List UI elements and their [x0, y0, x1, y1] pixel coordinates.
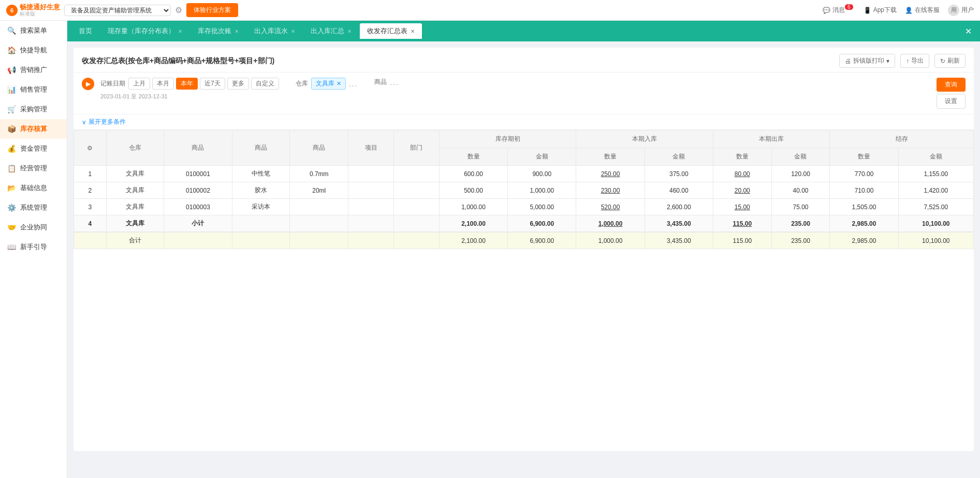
- sidebar-label-quicknav: 快捷导航: [20, 46, 47, 55]
- row3-out-qty-link[interactable]: 15.00: [735, 204, 750, 211]
- logo-icon: 6: [6, 5, 18, 16]
- user-item[interactable]: 用 用户: [948, 5, 974, 16]
- tab-stock-summary-label: 收发存汇总表: [367, 26, 407, 36]
- row1-bal-qty: 770.00: [830, 166, 898, 182]
- tab-close-batch-account[interactable]: ✕: [235, 28, 239, 34]
- warehouse-tag: 文具库 ✕: [311, 78, 346, 90]
- service-item[interactable]: 👤 在线客服: [905, 6, 940, 15]
- sidebar-item-purchase[interactable]: 🛒 采购管理: [0, 99, 67, 119]
- marketing-icon: 📢: [7, 66, 16, 74]
- sidebar-item-basic[interactable]: 📂 基础信息: [0, 178, 67, 198]
- row2-warehouse: 文具库: [106, 182, 164, 199]
- sub-in-qty-link[interactable]: 1,000.00: [598, 220, 623, 227]
- th-dept: 部门: [393, 131, 439, 166]
- total-open-qty: 2,100.00: [439, 232, 507, 249]
- query-button[interactable]: 查询: [937, 78, 966, 92]
- date-filter: 记账日期 上月 本月 本年 近7天 更多 自定义 2023-01-01 至 20…: [100, 78, 279, 100]
- row1-in-qty-link[interactable]: 250.00: [601, 170, 620, 178]
- content-area: 首页 现存量（库存分布表） ✕ 库存批次账 ✕ 出入库流水 ✕ 出入库汇总 ✕ …: [67, 21, 980, 478]
- row1-out-amt: 120.00: [771, 166, 830, 182]
- warehouse-tag-text: 文具库: [316, 79, 334, 88]
- top-bar-right: 💬 消息 6 📱 App下载 👤 在线客服 用 用户: [823, 5, 974, 16]
- export-button[interactable]: ↑ 导出: [900, 54, 929, 68]
- sidebar-item-inventory[interactable]: 📦 库存核算: [0, 119, 67, 139]
- app-download-item[interactable]: 📱 App下载: [864, 6, 897, 15]
- sidebar-item-search[interactable]: 🔍 搜索菜单: [0, 21, 67, 40]
- column-settings-icon[interactable]: ⚙: [87, 144, 93, 152]
- th-outbound: 本期出库: [713, 131, 829, 148]
- row3-dept: [393, 199, 439, 215]
- tab-batch-account-label: 库存批次账: [198, 26, 231, 36]
- page-inner: 收发存汇总表(按仓库+商品编码+商品+规格型号+项目+部门) 🖨 拆镇版打印 ▾…: [74, 48, 974, 451]
- tab-stock-dist[interactable]: 现存量（库存分布表） ✕: [100, 23, 189, 39]
- row2-out-qty-link[interactable]: 20.00: [735, 187, 750, 194]
- tab-close-inout-summary[interactable]: ✕: [347, 28, 352, 34]
- row3-out-amt: 75.00: [771, 199, 830, 215]
- date-btn-custom[interactable]: 自定义: [251, 78, 279, 90]
- th-out-amt: 金额: [771, 148, 830, 166]
- tab-inout-summary[interactable]: 出入库汇总 ✕: [303, 23, 359, 39]
- sidebar-item-system[interactable]: ⚙️ 系统管理: [0, 198, 67, 218]
- date-btn-7days[interactable]: 近7天: [200, 78, 225, 90]
- sidebar-label-system: 系统管理: [20, 203, 47, 212]
- main-layout: 🔍 搜索菜单 🏠 快捷导航 📢 营销推广 📊 销售管理 🛒 采购管理 📦 库存核…: [0, 21, 980, 478]
- date-btn-this-year[interactable]: 本年: [176, 78, 198, 90]
- expand-link[interactable]: ∨ 展开更多条件: [82, 118, 966, 126]
- export-icon: ↑: [906, 57, 909, 65]
- user-label: 用户: [961, 6, 974, 15]
- row2-in-qty-link[interactable]: 230.00: [601, 187, 620, 194]
- tab-close-inout-flow[interactable]: ✕: [291, 28, 295, 34]
- top-bar: 6 畅捷通好生意 标准版 装备及固定资产辅助管理系统 ⚙ 体验行业方案 💬 消息…: [0, 0, 980, 21]
- filter-arrow[interactable]: ▶: [82, 78, 94, 90]
- sub-open-qty: 2,100.00: [439, 215, 507, 233]
- row1-out-qty-link[interactable]: 80.00: [735, 170, 750, 178]
- date-btn-last-month[interactable]: 上月: [128, 78, 150, 90]
- page-content: 收发存汇总表(按仓库+商品编码+商品+规格型号+项目+部门) 🖨 拆镇版打印 ▾…: [67, 41, 980, 478]
- date-label: 记账日期: [100, 79, 125, 88]
- settings-gear-icon[interactable]: ⚙: [175, 5, 182, 15]
- sidebar-item-guide[interactable]: 📖 新手引导: [0, 237, 67, 257]
- tab-bar-close-icon[interactable]: ✕: [961, 26, 976, 36]
- sub-out-qty-link[interactable]: 115.00: [733, 220, 752, 227]
- row3-in-qty-link[interactable]: 520.00: [601, 204, 620, 211]
- sidebar-item-quicknav[interactable]: 🏠 快捷导航: [0, 40, 67, 60]
- th-bal-amt: 金额: [898, 148, 973, 166]
- goods-filter-dots[interactable]: ...: [390, 78, 399, 86]
- date-btn-this-month[interactable]: 本月: [152, 78, 174, 90]
- sub-out-qty: 115.00: [713, 215, 771, 233]
- refresh-button[interactable]: ↻ 刷新: [934, 54, 966, 68]
- date-buttons: 上月 本月 本年 近7天 更多 自定义: [128, 78, 279, 90]
- sub-empty3: [348, 215, 394, 233]
- row3-bal-qty: 1,505.00: [830, 199, 898, 215]
- th-settings[interactable]: ⚙: [74, 131, 107, 166]
- warehouse-filter-dots[interactable]: ...: [349, 80, 358, 88]
- sidebar-item-finance[interactable]: 💰 资金管理: [0, 139, 67, 158]
- tab-stock-summary[interactable]: 收发存汇总表 ✕: [360, 23, 422, 39]
- row2-name: 胶水: [232, 182, 290, 199]
- tab-inout-flow[interactable]: 出入库流水 ✕: [247, 23, 302, 39]
- tab-close-stock-dist[interactable]: ✕: [178, 28, 182, 34]
- th-opening-stock: 库存期初: [439, 131, 576, 148]
- tab-close-stock-summary[interactable]: ✕: [411, 28, 415, 34]
- total-bal-amt: 10,100.00: [898, 232, 973, 249]
- row1-open-amt: 900.00: [508, 166, 576, 182]
- date-btn-more[interactable]: 更多: [227, 78, 249, 90]
- set-button[interactable]: 设置: [937, 94, 966, 109]
- sidebar-item-sales[interactable]: 📊 销售管理: [0, 80, 67, 99]
- warehouse-tag-close[interactable]: ✕: [337, 80, 341, 87]
- print-button[interactable]: 🖨 拆镇版打印 ▾: [839, 54, 895, 68]
- tab-inout-summary-label: 出入库汇总: [311, 26, 344, 36]
- tab-bar: 首页 现存量（库存分布表） ✕ 库存批次账 ✕ 出入库流水 ✕ 出入库汇总 ✕ …: [67, 21, 980, 41]
- experience-button[interactable]: 体验行业方案: [186, 3, 238, 17]
- tab-home[interactable]: 首页: [71, 23, 99, 39]
- sidebar-item-enterprise[interactable]: 🤝 企业协同: [0, 218, 67, 237]
- tab-batch-account[interactable]: 库存批次账 ✕: [191, 23, 246, 39]
- sub-bal-qty: 2,985.00: [830, 215, 898, 233]
- sidebar-item-marketing[interactable]: 📢 营销推广: [0, 60, 67, 80]
- notice-item[interactable]: 💬 消息 6: [823, 6, 855, 15]
- sidebar-label-purchase: 采购管理: [20, 105, 47, 114]
- th-warehouse: 仓库: [106, 131, 164, 166]
- sidebar-item-operation[interactable]: 📋 经营管理: [0, 158, 67, 178]
- th-in-qty: 数量: [576, 148, 645, 166]
- system-select[interactable]: 装备及固定资产辅助管理系统: [64, 5, 171, 16]
